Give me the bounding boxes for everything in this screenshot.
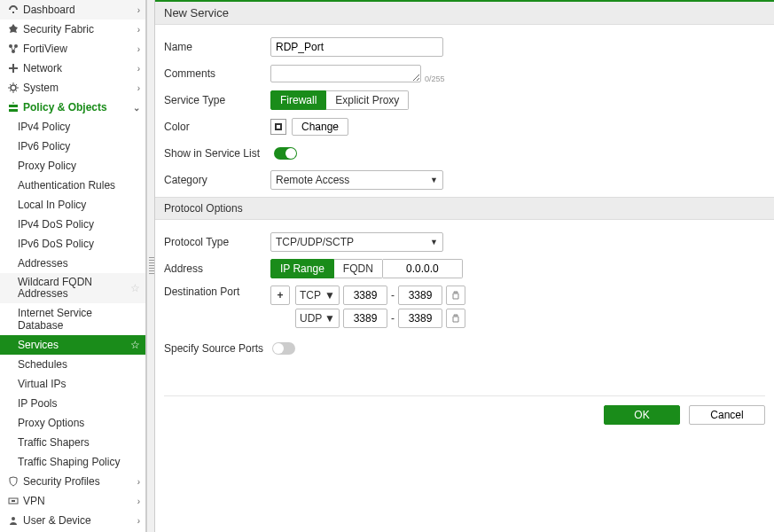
sub-proxy-policy[interactable]: Proxy Policy	[0, 156, 145, 176]
service-type-explicit-proxy[interactable]: Explicit Proxy	[326, 90, 409, 110]
chevron-right-icon: ›	[137, 477, 140, 487]
sub-wildcard-fqdn[interactable]: Wildcard FQDN Addresses ☆	[0, 273, 145, 303]
label-address: Address	[164, 262, 270, 275]
nav-network[interactable]: Network ›	[0, 59, 145, 78]
svg-rect-7	[12, 500, 15, 502]
protocol-type-select[interactable]: TCP/UDP/SCTP ▼	[270, 232, 443, 252]
address-ip-range[interactable]: IP Range	[270, 259, 334, 278]
form: Name Comments 0/255 Service Type Firewal…	[155, 25, 774, 378]
protocol-options-header: Protocol Options	[155, 197, 774, 220]
sub-proxy-options[interactable]: Proxy Options	[0, 413, 145, 433]
chevron-right-icon: ›	[137, 44, 140, 54]
name-field[interactable]	[270, 37, 443, 57]
sidebar-resize-handle[interactable]	[146, 0, 155, 532]
service-type-toggle: Firewall Explicit Proxy	[270, 90, 409, 110]
port-high-1[interactable]	[398, 286, 442, 305]
caret-down-icon: ▼	[430, 176, 438, 184]
proto-select-2[interactable]: UDP ▼	[295, 309, 340, 328]
source-ports-toggle[interactable]	[272, 342, 295, 355]
ok-button[interactable]: OK	[604, 405, 680, 425]
nav-vpn[interactable]: VPN ›	[0, 491, 145, 511]
delete-row-2[interactable]	[446, 309, 465, 328]
chevron-down-icon: ⌄	[133, 103, 140, 113]
label-service-type: Service Type	[164, 94, 270, 106]
fortiview-icon	[7, 43, 20, 55]
sub-auth-rules[interactable]: Authentication Rules	[0, 176, 145, 195]
address-fqdn[interactable]: FQDN	[334, 259, 383, 278]
label-dest-port: Destination Port	[164, 286, 270, 298]
sub-ipv4-policy[interactable]: IPv4 Policy	[0, 117, 145, 137]
caret-down-icon: ▼	[324, 312, 335, 325]
sub-local-in-policy[interactable]: Local In Policy	[0, 195, 145, 215]
network-icon	[7, 62, 20, 74]
chevron-right-icon: ›	[137, 83, 140, 93]
vpn-icon	[7, 495, 20, 507]
nav-label: User & Device	[23, 514, 91, 527]
sub-traffic-shaping-policy[interactable]: Traffic Shaping Policy	[0, 452, 145, 472]
comments-field[interactable]	[270, 65, 421, 82]
change-color-button[interactable]: Change	[292, 118, 348, 136]
nav-policy-objects[interactable]: Policy & Objects ⌄	[0, 98, 145, 117]
policy-icon	[7, 101, 20, 113]
sub-label: Proxy Policy	[18, 160, 76, 172]
nav-label: Network	[23, 62, 62, 74]
sidebar: Dashboard › Security Fabric › FortiView …	[0, 0, 146, 532]
caret-down-icon: ▼	[324, 289, 335, 301]
cancel-button[interactable]: Cancel	[689, 405, 765, 425]
sub-isdb[interactable]: Internet Service Database	[0, 303, 145, 335]
port-low-1[interactable]	[343, 286, 387, 305]
label-name: Name	[164, 41, 270, 53]
nav-system[interactable]: System ›	[0, 78, 145, 98]
sub-addresses[interactable]: Addresses	[0, 254, 145, 273]
sub-ipv6-policy[interactable]: IPv6 Policy	[0, 137, 145, 156]
port-row-1: TCP ▼ -	[295, 286, 465, 305]
category-select[interactable]: Remote Access ▼	[270, 170, 443, 190]
sub-label: Addresses	[18, 257, 68, 270]
show-in-list-toggle[interactable]	[274, 147, 297, 160]
nav-label: FortiView	[23, 43, 67, 55]
proto-select-1[interactable]: TCP ▼	[295, 286, 340, 305]
service-type-firewall[interactable]: Firewall	[270, 90, 326, 110]
star-icon: ☆	[130, 339, 140, 351]
nav-fortiview[interactable]: FortiView ›	[0, 39, 145, 59]
sub-label: Wildcard FQDN Addresses	[18, 277, 115, 300]
sub-ipv6-dos[interactable]: IPv6 DoS Policy	[0, 234, 145, 254]
page-title: New Service	[155, 2, 774, 25]
sub-traffic-shapers[interactable]: Traffic Shapers	[0, 433, 145, 452]
sub-label: Internet Service Database	[18, 307, 138, 332]
chevron-right-icon: ›	[137, 25, 140, 35]
ip-field[interactable]	[383, 259, 463, 278]
delete-row-1[interactable]	[446, 286, 465, 305]
sub-services[interactable]: Services ☆	[0, 335, 145, 355]
sub-label: Local In Policy	[18, 199, 86, 211]
sub-virtual-ips[interactable]: Virtual IPs	[0, 374, 145, 394]
sub-label: Traffic Shapers	[18, 436, 90, 449]
label-protocol-type: Protocol Type	[164, 236, 270, 248]
proto-value: UDP	[300, 312, 322, 325]
port-high-2[interactable]	[398, 309, 442, 328]
sub-schedules[interactable]: Schedules	[0, 355, 145, 374]
label-category: Category	[164, 174, 270, 186]
star-icon: ☆	[130, 282, 140, 294]
nav-dashboard[interactable]: Dashboard ›	[0, 0, 145, 20]
address-toggle: IP Range FQDN	[270, 259, 383, 278]
add-port-button[interactable]: +	[270, 286, 290, 305]
sub-ipv4-dos[interactable]: IPv4 DoS Policy	[0, 215, 145, 234]
sub-ip-pools[interactable]: IP Pools	[0, 394, 145, 413]
label-source-ports: Specify Source Ports	[164, 342, 263, 355]
dash: -	[391, 289, 395, 301]
chevron-right-icon: ›	[137, 497, 140, 506]
nav-label: Dashboard	[23, 4, 75, 16]
port-low-2[interactable]	[343, 309, 387, 328]
nav-security-profiles[interactable]: Security Profiles ›	[0, 472, 145, 491]
sub-label: Services	[18, 339, 59, 351]
nav-user-device[interactable]: User & Device ›	[0, 511, 145, 530]
sub-label: Traffic Shaping Policy	[18, 456, 120, 468]
svg-rect-4	[9, 109, 18, 112]
nav-security-fabric[interactable]: Security Fabric ›	[0, 20, 145, 39]
svg-point-8	[12, 517, 15, 520]
user-icon	[7, 514, 20, 527]
proto-value: TCP	[300, 289, 321, 301]
caret-down-icon: ▼	[430, 238, 438, 246]
svg-rect-14	[277, 125, 280, 129]
